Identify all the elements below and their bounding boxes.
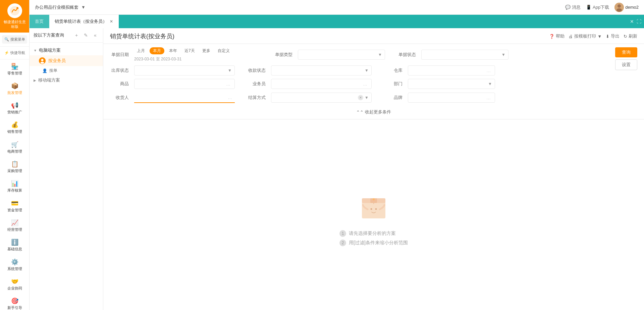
sales-stats-tab-label: 销货单统计表（按业务员）: [55, 18, 107, 24]
doc-status-select[interactable]: ▼: [421, 50, 508, 60]
dept-select[interactable]: ▼: [408, 79, 495, 89]
plan-item-by-staff[interactable]: 按业务员: [30, 55, 103, 66]
finance-icon: 💳: [11, 200, 18, 207]
search-menu-area[interactable]: 🔍 搜索菜单: [0, 33, 29, 47]
print-dropdown[interactable]: 🖨 按模板打印 ▼: [569, 33, 602, 39]
close-window-button[interactable]: ✕: [630, 19, 634, 24]
marketing-icon: 📢: [11, 102, 18, 109]
avatar: [614, 3, 624, 12]
brand-field[interactable]: …: [408, 93, 495, 103]
date-btn-last-month[interactable]: 上月: [134, 47, 148, 54]
quick-nav-area[interactable]: ⚡ 快捷导航: [0, 47, 29, 59]
operations-icon: 📈: [11, 219, 18, 226]
quick-nav-button[interactable]: ⚡ 快捷导航: [0, 49, 29, 57]
staff-field[interactable]: …: [271, 79, 372, 89]
date-btn-more[interactable]: 更多: [200, 47, 213, 54]
tab-sales-stats[interactable]: 销货单统计表（按业务员） ✕: [49, 15, 119, 28]
help-icon: ❓: [549, 34, 554, 39]
ship-status-select[interactable]: ▼: [134, 65, 235, 75]
chevron-down-icon: ▼: [81, 5, 86, 10]
warehouse-dots-icon[interactable]: …: [485, 68, 492, 73]
collapse-button[interactable]: ⌃⌃ 收起更多条件: [110, 108, 637, 116]
svg-point-13: [375, 208, 377, 210]
home-tab-label: 首页: [35, 18, 44, 24]
maximize-button[interactable]: ⛶: [637, 19, 641, 24]
warehouse-field[interactable]: …: [408, 65, 495, 75]
collapse-panel-button[interactable]: «: [92, 32, 99, 39]
sidebar-item-retail[interactable]: 🏪 零售管理: [0, 59, 29, 79]
tab-home[interactable]: 首页: [30, 15, 49, 28]
sidebar-item-sales[interactable]: 💰 销售管理: [0, 118, 29, 137]
plan-subitem-by-order[interactable]: 👤 按单: [30, 66, 103, 75]
date-btn-last-7[interactable]: 近7天: [182, 47, 198, 54]
help-link[interactable]: ❓ 帮助: [549, 33, 565, 39]
staff-label: 业务员: [247, 81, 266, 87]
receiver-dots-icon[interactable]: …: [226, 95, 233, 100]
ecommerce-icon: 🛒: [11, 141, 18, 148]
receiver-input-wrapper[interactable]: …: [134, 92, 235, 103]
add-plan-button[interactable]: +: [73, 32, 80, 39]
dept-label: 部门: [384, 81, 402, 87]
empty-tip-2: 2 用[过滤]条件来缩小分析范围: [339, 240, 408, 246]
sidebar-item-finance[interactable]: 💳 资金管理: [0, 196, 29, 216]
staff-dots-icon[interactable]: …: [362, 82, 369, 87]
message-button[interactable]: 💬 消息: [565, 4, 581, 10]
filter-row-2: 出库状态 ▼ 收款状态 ▼ 仓库: [110, 65, 611, 75]
goods-field[interactable]: …: [134, 79, 235, 89]
plan-item-staff-label: 按业务员: [48, 58, 66, 64]
company-dropdown[interactable]: ▼: [81, 5, 86, 10]
basic-icon: ℹ️: [11, 239, 18, 246]
filter-container: 单据日期 上月 本月 本年 近7天 更多 自定义 2023-03-01 至 20…: [103, 44, 644, 106]
empty-tips: 1 请先选择要分析的方案 2 用[过滤]条件来缩小分析范围: [339, 230, 408, 246]
goods-dots-icon[interactable]: …: [225, 82, 232, 87]
sidebar-item-basic[interactable]: ℹ️ 基础信息: [0, 235, 29, 255]
plan-subitem-label: 按单: [49, 68, 57, 73]
settle-chevron-icon: ▼: [365, 95, 369, 100]
sidebar-item-operations[interactable]: 📈 经营管理: [0, 216, 29, 235]
search-menu-button[interactable]: 🔍 搜索菜单: [2, 35, 27, 44]
edit-plan-button[interactable]: ✎: [82, 32, 90, 39]
ship-chevron-icon: ▼: [228, 68, 232, 73]
tip-num-2: 2: [339, 240, 346, 246]
refresh-link[interactable]: ↻ 刷新: [624, 33, 637, 39]
doc-status-chevron-icon: ▼: [501, 52, 505, 57]
sidebar-item-purchase[interactable]: 📋 采购管理: [0, 157, 29, 176]
sidebar-item-wholesale[interactable]: 📦 批发管理: [0, 79, 29, 98]
receiver-input[interactable]: [136, 92, 226, 102]
date-btn-this-year[interactable]: 本年: [166, 47, 180, 54]
settings-button[interactable]: 设置: [615, 59, 637, 70]
query-button[interactable]: 查询: [615, 47, 637, 57]
purchase-icon: 📋: [11, 160, 18, 168]
logo-area: 畅捷通好生意 标版: [0, 0, 29, 33]
sidebar-item-marketing[interactable]: 📢 营销推广: [0, 98, 29, 118]
doc-type-select[interactable]: ▼: [298, 50, 385, 60]
sidebar-item-newcomer[interactable]: 🎯 新手引导: [0, 294, 29, 310]
date-btn-custom[interactable]: 自定义: [215, 47, 232, 54]
user-profile[interactable]: demo2: [614, 3, 639, 12]
settle-select[interactable]: × ▼: [271, 93, 372, 103]
plan-group-pc-header[interactable]: ▼ 电脑端方案: [30, 45, 103, 55]
warehouse-label: 仓库: [384, 67, 402, 73]
sidebar-item-inventory[interactable]: 📊 库存核算: [0, 176, 29, 196]
plan-group-mobile-label: 移动端方案: [38, 77, 60, 83]
expand-pc-icon: ▼: [34, 49, 37, 52]
date-btn-this-month[interactable]: 本月: [150, 47, 164, 54]
plan-group-mobile[interactable]: ▶ 移动端方案: [30, 75, 103, 85]
tab-close-icon[interactable]: ✕: [110, 19, 113, 24]
sales-icon: 💰: [11, 121, 18, 128]
export-link[interactable]: ⬇ 导出: [606, 33, 620, 39]
message-icon: 💬: [565, 5, 571, 10]
settle-clear-icon[interactable]: ×: [358, 95, 363, 100]
pay-status-select[interactable]: ▼: [271, 65, 372, 75]
sidebar-item-ecommerce[interactable]: 🛒 电商管理: [0, 138, 29, 157]
app-download-button[interactable]: 📱 App下载: [586, 4, 609, 10]
date-filter: 上月 本月 本年 近7天 更多 自定义 2023-03-01 至 2023-03…: [134, 47, 262, 62]
subitem-icon: 👤: [42, 68, 47, 73]
svg-point-3: [618, 4, 621, 8]
company-name: 办公用品行业模拟账套: [35, 4, 78, 10]
plan-item-staff-icon: [39, 57, 46, 64]
dept-chevron-icon: ▼: [488, 82, 492, 86]
sidebar-item-enterprise[interactable]: 🤝 企业协同: [0, 274, 29, 294]
sidebar-item-system[interactable]: ⚙️ 系统管理: [0, 255, 29, 274]
brand-dots-icon[interactable]: …: [485, 95, 492, 100]
